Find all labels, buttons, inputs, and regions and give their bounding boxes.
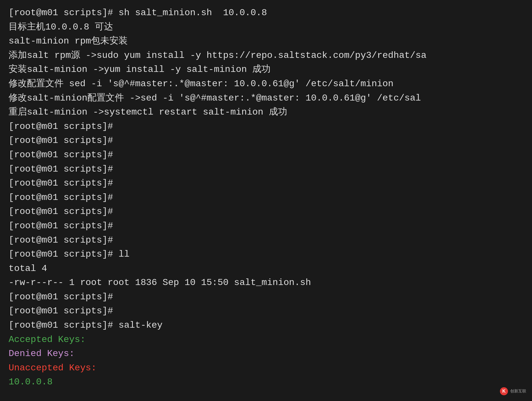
watermark: K 创新互联 — [500, 387, 526, 395]
terminal-line-18: [root@m01 scripts]# ll — [9, 247, 523, 262]
watermark-text: 创新互联 — [510, 388, 526, 394]
terminal-line-11: [root@m01 scripts]# — [9, 148, 523, 162]
terminal-line-20: -rw-r--r-- 1 root root 1836 Sep 10 15:50… — [9, 276, 523, 290]
terminal-line-12: [root@m01 scripts]# — [9, 162, 523, 176]
terminal-line-24: Accepted Keys: — [9, 333, 523, 347]
terminal-line-17: [root@m01 scripts]# — [9, 233, 523, 247]
terminal-line-27: 10.0.0.8 — [9, 375, 523, 389]
terminal-line-8: 重启salt-minion ->systemctl restart salt-m… — [9, 105, 523, 119]
terminal-line-19: total 4 — [9, 262, 523, 276]
watermark-icon: K — [500, 387, 508, 395]
terminal-line-23: [root@m01 scripts]# salt-key — [9, 318, 523, 333]
terminal-line-22: [root@m01 scripts]# — [9, 304, 523, 318]
terminal-line-10: [root@m01 scripts]# — [9, 133, 523, 148]
terminal-line-5: 安装salt-minion ->yum install -y salt-mini… — [9, 62, 523, 77]
terminal-line-16: [root@m01 scripts]# — [9, 219, 523, 233]
terminal-line-14: [root@m01 scripts]# — [9, 190, 523, 205]
terminal-line-15: [root@m01 scripts]# — [9, 205, 523, 219]
terminal-line-13: [root@m01 scripts]# — [9, 176, 523, 190]
terminal-line-25: Denied Keys: — [9, 347, 523, 361]
terminal-line-21: [root@m01 scripts]# — [9, 290, 523, 304]
terminal-line-7: 修改salt-minion配置文件 ->sed -i 's@^#master:.… — [9, 91, 523, 105]
terminal-line-26: Unaccepted Keys: — [9, 361, 523, 375]
terminal-line-6: 修改配置文件 sed -i 's@^#master:.*@master: 10.… — [9, 77, 523, 91]
terminal-line-4: 添加salt rpm源 ->sudo yum install -y https:… — [9, 48, 523, 63]
terminal-line-9: [root@m01 scripts]# — [9, 119, 523, 134]
terminal-line-2: 目标主机10.0.0.8 可达 — [9, 20, 523, 34]
terminal-line-1: [root@m01 scripts]# sh salt_minion.sh 10… — [9, 6, 523, 20]
terminal-output: [root@m01 scripts]# sh salt_minion.sh 10… — [9, 6, 523, 389]
terminal-line-3: salt-minion rpm包未安装 — [9, 34, 523, 48]
